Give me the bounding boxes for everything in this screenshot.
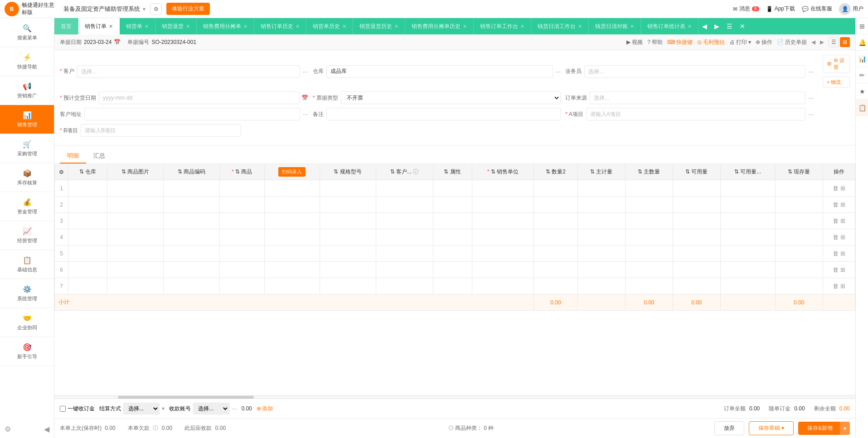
tab-close-sales-order[interactable]: ✕ — [109, 24, 113, 29]
tab-close-sales-return[interactable]: ✕ — [186, 24, 190, 29]
right-panel-btn-2[interactable]: 🔔 — [856, 34, 868, 51]
sidebar-item-purchase[interactable]: 🛒 采购管理 — [0, 134, 54, 163]
tab-return-history[interactable]: 销货退货历史 ✕ — [353, 18, 405, 34]
warehouse-more-btn[interactable]: ··· — [556, 68, 561, 75]
sidebar-item-operation[interactable]: 📈 经营管理 — [0, 221, 54, 250]
row-1-available[interactable] — [673, 180, 720, 197]
grid-view-btn[interactable]: ⊞ — [840, 37, 850, 47]
one-click-checkbox[interactable] — [60, 406, 66, 412]
account-select[interactable]: 选择... — [193, 403, 229, 414]
payment-dropdown-icon[interactable]: ▾ — [162, 405, 165, 412]
project-a-more-btn[interactable]: ··· — [808, 111, 814, 118]
row-1-main-qty[interactable] — [625, 180, 673, 197]
row-1-available2[interactable] — [720, 180, 775, 197]
shortcut-btn[interactable]: ⌨ 快捷键 — [667, 39, 693, 46]
tab-close-cash-reconcile[interactable]: ✕ — [630, 24, 634, 29]
view-video-btn[interactable]: ▶ 视频 — [626, 39, 643, 46]
row-4-copy-icon[interactable]: ⊞ — [840, 234, 845, 241]
sidebar-collapse-icon[interactable]: ◀ — [44, 425, 49, 433]
payment-method-select[interactable]: 选择... — [123, 403, 160, 414]
tab-cash-reconcile[interactable]: 钱货日清对账 ✕ — [589, 18, 641, 34]
row-1-delete-icon[interactable]: 🗑 — [833, 185, 839, 192]
project-a-input[interactable] — [586, 108, 806, 120]
row-2-copy-icon[interactable]: ⊞ — [840, 201, 845, 208]
tab-prev-btn[interactable]: ◀ — [698, 23, 711, 30]
row-2-available2[interactable] — [720, 197, 775, 213]
col-settings[interactable]: ⚙ — [55, 164, 68, 180]
tab-sales-invoice[interactable]: 销货单 ✕ — [120, 18, 155, 34]
row-1-sales-unit[interactable] — [472, 180, 534, 197]
scroll-bar[interactable] — [54, 395, 855, 399]
industry-plan-btn[interactable]: 体验行业方案 — [166, 3, 210, 15]
row-1-stock[interactable] — [775, 180, 823, 197]
user-menu-btn[interactable]: 👤 用户 — [839, 3, 863, 15]
form-settings-btn[interactable]: ⚙ ⚙ 设置 — [823, 55, 850, 73]
row-2-spec[interactable] — [320, 197, 376, 213]
row-7-copy-icon[interactable]: ⊞ — [840, 283, 845, 289]
row-5-delete-icon[interactable]: 🗑 — [833, 250, 839, 257]
row-1-product[interactable] — [219, 180, 264, 197]
sidebar-item-basic[interactable]: 📋 基础信息 — [0, 250, 54, 279]
save-new-dropdown-btn[interactable]: ▾ — [840, 422, 850, 435]
staff-more-btn[interactable]: ··· — [808, 68, 814, 75]
order-source-more-btn[interactable]: ··· — [808, 94, 814, 101]
row-6-delete-icon[interactable]: 🗑 — [833, 266, 839, 273]
account-more-btn[interactable]: ··· — [232, 405, 237, 412]
row-1-attribute[interactable] — [433, 180, 472, 197]
warehouse-input[interactable] — [326, 65, 553, 78]
tab-close-order-workbench[interactable]: ✕ — [520, 24, 524, 29]
address-more-btn[interactable]: ··· — [303, 111, 308, 118]
row-2-sales-unit[interactable] — [472, 197, 534, 213]
tab-close-sales-invoice[interactable]: ✕ — [145, 24, 149, 29]
row-2-main-qty[interactable] — [625, 197, 673, 213]
sidebar-item-nav[interactable]: ⚡ 快捷导航 — [0, 47, 54, 76]
tab-close-sales-summary[interactable]: ✕ — [688, 24, 692, 29]
add-logistics-btn[interactable]: + 物流 — [823, 77, 850, 88]
tab-home[interactable]: 首页 — [54, 18, 78, 34]
add-payment-btn[interactable]: ⊕ 添加 — [257, 405, 273, 413]
row-2-main-unit[interactable] — [577, 197, 625, 213]
row-6-copy-icon[interactable]: ⊞ — [840, 266, 845, 273]
row-2-attribute[interactable] — [433, 197, 472, 213]
nav-next-record[interactable]: ▶ — [820, 39, 824, 45]
row-3-code[interactable] — [163, 213, 219, 229]
row-2-stock[interactable] — [775, 197, 823, 213]
help-btn[interactable]: ? 帮助 — [647, 39, 663, 46]
row-1-qty2[interactable] — [534, 180, 578, 197]
right-panel-btn-4[interactable]: ✏ — [856, 67, 868, 83]
list-view-btn[interactable]: ☰ — [829, 37, 839, 47]
row-3-delete-icon[interactable]: 🗑 — [833, 217, 839, 224]
row-3-copy-icon[interactable]: ⊞ — [840, 217, 845, 224]
tab-close-cash-workbench[interactable]: ✕ — [578, 24, 582, 29]
tab-close-all-btn[interactable]: ✕ — [736, 23, 749, 30]
tab-close-sales-expense[interactable]: ✕ — [243, 24, 247, 29]
row-2-customer-code[interactable] — [376, 197, 433, 213]
row-4-delete-icon[interactable]: 🗑 — [833, 234, 839, 241]
right-panel-btn-3[interactable]: 📊 — [856, 51, 868, 67]
row-1-customer-code[interactable] — [376, 180, 433, 197]
history-btn[interactable]: 📄 历史单据 — [777, 39, 807, 46]
row-1-copy-icon[interactable]: ⊞ — [840, 185, 845, 192]
remark-input[interactable] — [326, 108, 561, 120]
sidebar-item-finance[interactable]: 💰 资金管理 — [0, 192, 54, 221]
right-panel-btn-1[interactable]: ⊞ — [856, 18, 868, 34]
sidebar-item-inventory[interactable]: 📦 库存核算 — [0, 163, 54, 192]
print-dropdown[interactable]: ▾ — [748, 39, 751, 45]
tab-order-workbench[interactable]: 销售订单工作台 ✕ — [474, 18, 531, 34]
right-panel-btn-6[interactable]: 📋 — [856, 100, 868, 116]
tab-sales-expense[interactable]: 销售费用分摊单 ✕ — [197, 18, 254, 34]
sidebar-item-search[interactable]: 🔍 搜索菜单 — [0, 18, 54, 47]
row-2-delete-icon[interactable]: 🗑 — [833, 201, 839, 208]
tab-expense-history[interactable]: 销售费用分摊单历史 ✕ — [405, 18, 474, 34]
row-5-copy-icon[interactable]: ⊞ — [840, 250, 845, 257]
tab-summary[interactable]: 汇总 — [86, 149, 112, 164]
tab-close-return-history[interactable]: ✕ — [394, 24, 398, 29]
row-7-delete-icon[interactable]: 🗑 — [833, 283, 839, 289]
row-2-qty2[interactable] — [534, 197, 578, 213]
tab-detail[interactable]: 明细 — [60, 149, 86, 164]
tab-sales-summary[interactable]: 销售订单统计表 ✕ — [641, 18, 698, 34]
tab-sales-order-history[interactable]: 销售订单历史 ✕ — [254, 18, 306, 34]
sidebar-item-marketing[interactable]: 📢 营销推广 — [0, 76, 54, 105]
project-b-input[interactable] — [81, 124, 241, 137]
tab-menu-btn[interactable]: ☰ — [723, 23, 736, 30]
